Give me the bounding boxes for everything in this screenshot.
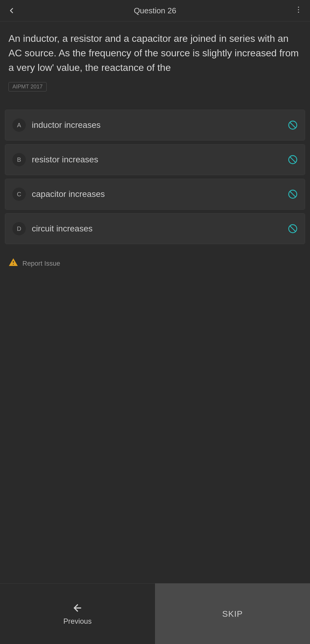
svg-point-1 — [298, 9, 299, 10]
option-c[interactable]: C capacitor increases — [5, 179, 305, 210]
question-container: An inductor, a resistor and a capacitor … — [0, 22, 310, 110]
option-b[interactable]: B resistor increases — [5, 144, 305, 175]
header-title: Question 26 — [134, 6, 176, 15]
option-a-deselect-icon — [288, 120, 298, 130]
option-c-deselect-icon — [288, 189, 298, 199]
option-b-text: resistor increases — [32, 155, 98, 164]
option-c-label: C — [12, 188, 26, 201]
menu-button[interactable] — [294, 5, 303, 16]
options-container: A inductor increases B resistor increase… — [0, 110, 310, 248]
option-c-text: capacitor increases — [32, 189, 105, 199]
option-d-text: circuit increases — [32, 224, 93, 234]
question-tag: AIPMT 2017 — [8, 82, 47, 91]
option-a[interactable]: A inductor increases — [5, 110, 305, 141]
option-d-deselect-icon — [288, 224, 298, 234]
back-button[interactable] — [7, 6, 16, 15]
skip-button[interactable]: SKIP — [155, 583, 310, 644]
warning-icon — [8, 257, 18, 269]
previous-button[interactable]: Previous — [0, 583, 155, 644]
header: Question 26 — [0, 0, 310, 22]
option-b-label: B — [12, 153, 26, 166]
bottom-navigation: Previous SKIP — [0, 583, 310, 644]
svg-point-2 — [298, 12, 299, 13]
option-d[interactable]: D circuit increases — [5, 213, 305, 244]
question-text: An inductor, a resistor and a capacitor … — [8, 31, 302, 75]
svg-line-4 — [290, 122, 296, 128]
content-spacer — [0, 277, 310, 458]
option-a-text: inductor increases — [32, 120, 101, 130]
arrow-left-icon — [72, 603, 83, 613]
option-a-label: A — [12, 118, 26, 132]
report-issue-label: Report Issue — [22, 260, 60, 267]
previous-button-label: Previous — [63, 617, 91, 626]
svg-point-12 — [13, 264, 14, 265]
svg-line-10 — [290, 226, 296, 232]
skip-button-label: SKIP — [222, 609, 243, 619]
svg-point-0 — [298, 7, 299, 8]
svg-line-6 — [290, 157, 296, 163]
report-issue-button[interactable]: Report Issue — [0, 250, 310, 277]
option-d-label: D — [12, 222, 26, 235]
svg-line-8 — [290, 191, 296, 197]
option-b-deselect-icon — [288, 155, 298, 164]
